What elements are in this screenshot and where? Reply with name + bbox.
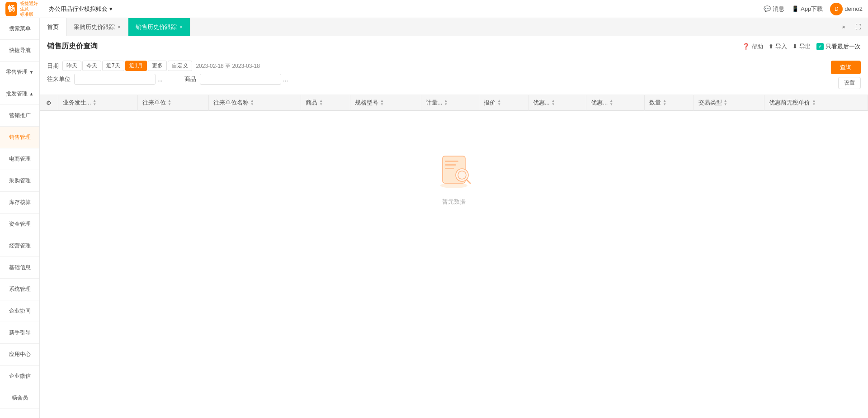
fullscreen-icon: ⛶ [855,24,861,30]
fullscreen-button[interactable]: ⛶ [852,21,864,33]
goods-dots-icon[interactable]: ... [283,76,288,83]
export-icon: ⬇ [793,43,797,50]
th-price[interactable]: 报价 ▲▼ [479,95,528,111]
table-container: ⚙ 业务发生... ▲▼ 往来单位 [40,95,868,242]
sidebar-item-label: 快捷导航 [9,47,31,54]
date-btn-custom[interactable]: 自定义 [168,61,192,71]
help-button[interactable]: ❓ 帮助 [742,43,763,51]
partner-label: 往来单位 [47,75,71,83]
sidebar-item-inventory[interactable]: 库存核算 [0,192,39,214]
tab-purchase-history[interactable]: 采购历史价跟踪 × [66,18,128,36]
app-selector-label: 办公用品行业模拟账套 [49,5,108,13]
sidebar-item-member-club[interactable]: 畅会员 [0,387,39,409]
sidebar-item-sales-mgmt[interactable]: 销售管理 [0,127,39,148]
th-settings[interactable]: ⚙ [40,95,58,111]
sidebar-item-label: 系统管理 [9,285,31,293]
settings-icon: ⚙ [46,100,52,106]
sidebar-item-ecommerce-mgmt[interactable]: 电商管理 [0,148,39,170]
sidebar-item-new-user-guide[interactable]: 新手引导 [0,322,39,344]
page-content: 销售历史价查询 ❓ 帮助 ⬆ 导入 ⬇ 导出 ✓ [40,36,868,418]
filter-col-right: 查询 设置 [824,61,861,89]
date-range-text: 2023-02-18 至 2023-03-18 [196,62,259,70]
date-btn-more[interactable]: 更多 [148,61,167,71]
logo-area: 畅 畅捷通好生意 标准版 [5,1,42,17]
sidebar-item-basic-info[interactable]: 基础信息 [0,257,39,279]
settings-button[interactable]: 设置 [838,77,861,89]
th-discount1[interactable]: 优惠... ▲▼ [528,95,586,111]
close-tab-button[interactable]: × [837,21,850,33]
sidebar-item-enterprise-wechat[interactable]: 企业微信 [0,366,39,387]
partner-dots-icon[interactable]: ... [157,76,163,83]
sidebar-item-enterprise-collab[interactable]: 企业协同 [0,300,39,322]
sidebar-item-search-menu[interactable]: 搜索菜单 [0,18,39,40]
date-btn-today[interactable]: 今天 [82,61,101,71]
sidebar-item-label: 畅会员 [12,394,28,402]
th-discount2[interactable]: 优惠... ▲▼ [586,95,645,111]
sidebar-item-label: 零售管理 [6,68,28,76]
sidebar-item-finance-mgmt[interactable]: 资金管理 [0,214,39,235]
filter-date-row: 日期 昨天 今天 近7天 近1月 更多 自定义 2023-02-18 至 202… [47,61,824,71]
sidebar-item-label: 电商管理 [9,155,31,163]
sidebar-item-app-center[interactable]: 应用中心 [0,344,39,366]
sidebar-item-quick-nav[interactable]: 快捷导航 [0,40,39,62]
date-buttons: 昨天 今天 近7天 近1月 更多 自定义 [62,61,192,71]
header-left: 畅 畅捷通好生意 标准版 办公用品行业模拟账套 ▾ [5,1,116,17]
th-spec[interactable]: 规格型号 ▲▼ [350,95,421,111]
sort-arrows: ▲▼ [380,99,384,106]
chevron-down-icon: ▼ [29,70,34,75]
tab-close-icon[interactable]: × [179,24,183,30]
sidebar-item-retail-mgmt[interactable]: 零售管理 ▼ [0,62,39,83]
sort-arrows: ▲▼ [663,99,666,106]
sidebar-item-wholesale-mgmt[interactable]: 批发管理 ▲ [0,83,39,105]
sidebar-item-label: 应用中心 [9,351,31,358]
date-btn-yesterday[interactable]: 昨天 [62,61,81,71]
tab-sales-history[interactable]: 销售历史价跟踪 × [128,18,190,36]
sort-arrows: ▲▼ [93,99,96,106]
app-download-btn[interactable]: 📱 App下载 [792,5,823,13]
goods-input-group: ... [200,74,288,85]
th-biz-date[interactable]: 业务发生... ▲▼ [58,95,138,111]
date-label: 日期 [47,62,59,70]
sidebar-item-label: 批发管理 [6,90,28,98]
svg-point-0 [440,183,467,188]
th-partner-code[interactable]: 往来单位 ▲▼ [138,95,209,111]
tab-close-icon[interactable]: × [118,24,121,30]
th-goods[interactable]: 商品 ▲▼ [301,95,350,111]
goods-input[interactable] [200,74,281,85]
sidebar-item-marketing[interactable]: 营销推广 [0,105,39,127]
tab-home-label: 首页 [47,23,59,31]
sidebar-item-purchase-mgmt[interactable]: 采购管理 [0,170,39,192]
date-btn-7days[interactable]: 近7天 [102,61,124,71]
sidebar-item-label: 资金管理 [9,220,31,228]
partner-input[interactable] [74,74,156,85]
tab-label: 采购历史价跟踪 [74,23,115,31]
sidebar-item-system-mgmt[interactable]: 系统管理 [0,279,39,300]
sidebar-item-label: 企业微信 [9,372,31,380]
user-menu[interactable]: D demo2 [830,3,863,15]
sort-arrows: ▲▼ [168,99,171,106]
th-qty[interactable]: 数量 ▲▼ [645,95,694,111]
download-icon: 📱 [792,5,799,12]
app-selector[interactable]: 办公用品行业模拟账套 ▾ [45,3,116,15]
sidebar-item-label: 库存核算 [9,199,31,206]
import-button[interactable]: ⬆ 导入 [769,43,787,51]
message-btn[interactable]: 💬 消息 [764,5,784,13]
date-btn-1month[interactable]: 近1月 [125,61,147,71]
th-partner-name[interactable]: 往来单位名称 ▲▼ [208,95,301,111]
sidebar-item-label: 营销推广 [9,112,31,119]
avatar: D [830,3,843,15]
th-pretax-price[interactable]: 优惠前无税单价 ▲▼ [764,95,868,111]
header-right: 💬 消息 📱 App下载 D demo2 [764,3,863,15]
th-trade-type[interactable]: 交易类型 ▲▼ [693,95,764,111]
only-last-checkbox[interactable]: ✓ 只看最后一次 [816,43,861,51]
tab-home[interactable]: 首页 [40,18,66,36]
sidebar-item-operations-mgmt[interactable]: 经营管理 [0,235,39,257]
export-button[interactable]: ⬇ 导出 [793,43,811,51]
import-icon: ⬆ [769,43,774,50]
th-unit[interactable]: 计量... ▲▼ [421,95,479,111]
sidebar: 搜索菜单 快捷导航 零售管理 ▼ 批发管理 ▲ 营销推广 销售管理 电商管理 采 [0,18,40,418]
data-table: ⚙ 业务发生... ▲▼ 往来单位 [40,95,868,111]
table-header-row: ⚙ 业务发生... ▲▼ 往来单位 [40,95,868,111]
filter-partner-row: 往来单位 ... 商品 ... [47,74,824,85]
query-button[interactable]: 查询 [831,61,861,74]
